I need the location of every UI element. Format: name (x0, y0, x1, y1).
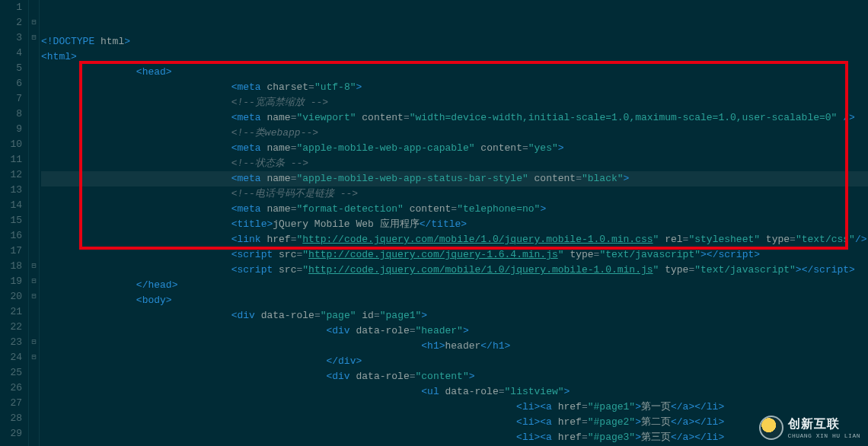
code-line[interactable]: <body> (41, 293, 868, 308)
line-number: 10 (0, 137, 25, 152)
line-number: 3 (0, 30, 25, 46)
fold-marker[interactable]: ⊟ (29, 274, 39, 289)
fold-marker[interactable] (29, 107, 39, 122)
code-line[interactable]: <!DOCTYPE html> (41, 34, 868, 49)
line-number: 9 (0, 122, 25, 137)
code-line[interactable]: <meta name="format-detection" content="t… (41, 202, 868, 217)
line-number: 5 (0, 61, 25, 76)
code-line[interactable]: <!--类webapp--> (41, 126, 868, 141)
line-number: 7 (0, 91, 25, 107)
fold-marker[interactable] (29, 167, 39, 183)
fold-marker[interactable] (29, 46, 39, 61)
code-line[interactable]: <link href="http://code.jquery.com/mobil… (41, 232, 868, 247)
line-number: 16 (0, 228, 25, 244)
fold-marker[interactable] (29, 76, 39, 91)
line-number: 15 (0, 213, 25, 228)
line-number: 4 (0, 46, 25, 61)
code-line[interactable]: <html> (41, 49, 868, 65)
code-line[interactable]: <meta charset="utf-8"> (41, 80, 868, 95)
fold-column[interactable]: ⊟⊟⊟⊟⊟⊟⊟ (29, 0, 40, 446)
code-line[interactable]: <h1>header</h1> (41, 339, 868, 354)
line-number: 27 (0, 396, 25, 411)
fold-marker[interactable] (29, 304, 39, 320)
fold-marker[interactable]: ⊟ (29, 30, 39, 46)
code-line[interactable]: <head> (41, 65, 868, 80)
line-number: 21 (0, 304, 25, 320)
line-number: 17 (0, 244, 25, 259)
line-number: 13 (0, 183, 25, 198)
line-number: 29 (0, 426, 25, 441)
line-number: 22 (0, 320, 25, 335)
fold-marker[interactable] (29, 213, 39, 228)
code-line[interactable]: <title>jQuery Mobile Web 应用程序</title> (41, 217, 868, 232)
code-line[interactable]: <!--状态条 --> (41, 156, 868, 171)
fold-marker[interactable] (29, 244, 39, 259)
code-line[interactable]: <li><a href="#page1">第一页</a></li> (41, 400, 868, 415)
fold-marker[interactable]: ⊟ (29, 335, 39, 350)
fold-marker[interactable] (29, 152, 39, 167)
code-line[interactable]: <meta name="apple-mobile-web-app-capable… (41, 141, 868, 156)
code-line[interactable]: <!--宽高禁缩放 --> (41, 95, 868, 110)
fold-marker[interactable] (29, 365, 39, 381)
line-number: 1 (0, 0, 25, 15)
code-line[interactable]: <li><a href="#page2">第二页</a></li> (41, 415, 868, 430)
fold-marker[interactable] (29, 61, 39, 76)
code-line[interactable]: <!--电话号码不是链接 --> (41, 186, 868, 202)
code-line[interactable]: <script src="http://code.jquery.com/mobi… (41, 263, 868, 278)
line-number: 24 (0, 350, 25, 365)
fold-marker[interactable] (29, 320, 39, 335)
code-area[interactable]: <!DOCTYPE html><html> <head> <meta chars… (40, 0, 868, 446)
code-line[interactable]: <ul data-role="listview"> (41, 384, 868, 400)
fold-marker[interactable] (29, 426, 39, 441)
fold-marker[interactable] (29, 198, 39, 213)
fold-marker[interactable]: ⊟ (29, 259, 39, 274)
line-number: 28 (0, 411, 25, 426)
line-number: 19 (0, 274, 25, 289)
code-line[interactable]: <meta name="apple-mobile-web-app-status-… (41, 171, 868, 186)
line-number: 26 (0, 381, 25, 396)
fold-marker[interactable] (29, 137, 39, 152)
code-line[interactable]: <meta name="viewport" content="width=dev… (41, 110, 868, 126)
line-number-gutter: 1234567891011121314151617181920212223242… (0, 0, 29, 446)
fold-marker[interactable] (29, 0, 39, 15)
code-line[interactable]: <script src="http://code.jquery.com/jque… (41, 247, 868, 263)
fold-marker[interactable]: ⊟ (29, 289, 39, 304)
code-line[interactable]: <li><a href="#page3">第三页</a></li> (41, 430, 868, 445)
fold-marker[interactable] (29, 183, 39, 198)
line-number: 11 (0, 152, 25, 167)
line-number: 23 (0, 335, 25, 350)
line-number: 25 (0, 365, 25, 381)
line-number: 6 (0, 76, 25, 91)
code-line[interactable]: </div> (41, 354, 868, 369)
line-number: 8 (0, 107, 25, 122)
line-number: 20 (0, 289, 25, 304)
fold-marker[interactable] (29, 381, 39, 396)
code-line[interactable]: <div data-role="page" id="page1"> (41, 308, 868, 323)
fold-marker[interactable] (29, 396, 39, 411)
line-number: 18 (0, 259, 25, 274)
fold-marker[interactable] (29, 91, 39, 107)
fold-marker[interactable]: ⊟ (29, 15, 39, 30)
code-editor[interactable]: 1234567891011121314151617181920212223242… (0, 0, 868, 446)
fold-marker[interactable] (29, 228, 39, 244)
code-line[interactable]: <div data-role="header"> (41, 323, 868, 339)
line-number: 14 (0, 198, 25, 213)
line-number: 12 (0, 167, 25, 183)
code-line[interactable]: </head> (41, 278, 868, 293)
line-number: 2 (0, 15, 25, 30)
fold-marker[interactable] (29, 411, 39, 426)
fold-marker[interactable] (29, 122, 39, 137)
fold-marker[interactable]: ⊟ (29, 350, 39, 365)
code-line[interactable]: <div data-role="content"> (41, 369, 868, 384)
